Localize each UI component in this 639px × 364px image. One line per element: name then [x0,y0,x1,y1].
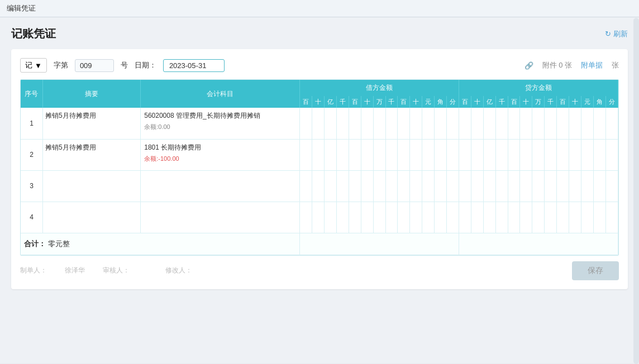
row-2-debit-9[interactable] [410,170,422,202]
row-account-3[interactable] [141,202,300,233]
row-0-debit-2[interactable] [324,108,336,139]
row-3-debit-5[interactable] [361,202,373,233]
row-2-credit-6[interactable] [532,170,545,202]
row-0-debit-0[interactable] [300,108,312,139]
row-0-credit-1[interactable] [471,108,483,139]
row-2-debit-10[interactable] [422,170,435,202]
row-2-debit-4[interactable] [349,170,361,202]
row-3-credit-10[interactable] [581,202,594,233]
row-1-debit-1[interactable] [312,139,325,170]
row-0-debit-3[interactable] [336,108,349,139]
row-0-credit-8[interactable] [557,108,569,139]
row-2-debit-6[interactable] [373,170,385,202]
row-1-debit-7[interactable] [385,139,398,170]
row-0-credit-10[interactable] [581,108,594,139]
row-3-debit-0[interactable] [300,202,312,233]
row-3-debit-9[interactable] [410,202,422,233]
row-3-credit-0[interactable] [459,202,471,233]
row-2-credit-4[interactable] [508,170,520,202]
row-1-debit-0[interactable] [300,139,312,170]
row-1-debit-10[interactable] [422,139,435,170]
row-summary-2[interactable] [42,170,140,202]
row-2-debit-8[interactable] [398,170,410,202]
row-1-credit-8[interactable] [557,139,569,170]
row-1-credit-4[interactable] [508,139,520,170]
row-0-debit-1[interactable] [312,108,325,139]
row-1-debit-5[interactable] [361,139,373,170]
row-3-credit-11[interactable] [593,202,605,233]
row-2-credit-11[interactable] [593,170,605,202]
row-2-debit-2[interactable] [324,170,336,202]
row-0-credit-3[interactable] [495,108,508,139]
row-0-debit-9[interactable] [410,108,422,139]
row-0-credit-6[interactable] [532,108,545,139]
row-2-debit-7[interactable] [385,170,398,202]
row-1-credit-5[interactable] [520,139,532,170]
row-0-debit-12[interactable] [447,108,459,139]
row-1-credit-1[interactable] [471,139,483,170]
attachment-link[interactable]: 附单据 [581,60,603,70]
row-3-debit-6[interactable] [373,202,385,233]
row-2-debit-11[interactable] [435,170,447,202]
row-0-credit-7[interactable] [545,108,557,139]
row-0-credit-12[interactable] [605,108,618,139]
scrollbar[interactable] [633,18,639,364]
row-2-debit-12[interactable] [447,170,459,202]
row-1-credit-10[interactable] [581,139,594,170]
row-3-credit-6[interactable] [532,202,545,233]
row-3-debit-8[interactable] [398,202,410,233]
row-1-credit-0[interactable] [459,139,471,170]
row-3-debit-2[interactable] [324,202,336,233]
row-0-debit-6[interactable] [373,108,385,139]
row-0-debit-11[interactable] [435,108,447,139]
row-1-credit-11[interactable] [593,139,605,170]
row-account-2[interactable] [141,170,300,202]
row-3-credit-4[interactable] [508,202,520,233]
row-2-credit-9[interactable] [569,170,581,202]
row-account-1[interactable]: 1801 长期待摊费用余额:-100.00 [141,139,300,170]
row-3-credit-2[interactable] [483,202,495,233]
row-2-credit-2[interactable] [483,170,495,202]
row-1-debit-11[interactable] [435,139,447,170]
row-2-credit-7[interactable] [545,170,557,202]
row-0-debit-5[interactable] [361,108,373,139]
row-summary-0[interactable]: 摊销5月待摊费用 [42,108,140,139]
row-3-credit-9[interactable] [569,202,581,233]
row-2-credit-1[interactable] [471,170,483,202]
row-0-credit-2[interactable] [483,108,495,139]
row-2-debit-3[interactable] [336,170,349,202]
row-account-0[interactable]: 56020008 管理费用_长期待摊费用摊销余额:0.00 [141,108,300,139]
row-3-credit-7[interactable] [545,202,557,233]
row-3-debit-4[interactable] [349,202,361,233]
row-2-credit-8[interactable] [557,170,569,202]
row-2-debit-1[interactable] [312,170,325,202]
row-0-credit-11[interactable] [593,108,605,139]
row-1-debit-9[interactable] [410,139,422,170]
row-3-debit-12[interactable] [447,202,459,233]
row-3-debit-1[interactable] [312,202,325,233]
row-1-debit-3[interactable] [336,139,349,170]
row-3-credit-3[interactable] [495,202,508,233]
row-1-debit-2[interactable] [324,139,336,170]
row-2-credit-12[interactable] [605,170,618,202]
row-1-credit-9[interactable] [569,139,581,170]
row-1-debit-12[interactable] [447,139,459,170]
row-1-debit-4[interactable] [349,139,361,170]
save-button[interactable]: 保存 [572,261,619,280]
row-1-debit-8[interactable] [398,139,410,170]
date-input[interactable] [163,59,225,72]
row-1-debit-6[interactable] [373,139,385,170]
row-3-debit-7[interactable] [385,202,398,233]
row-0-credit-0[interactable] [459,108,471,139]
row-2-credit-5[interactable] [520,170,532,202]
row-3-credit-5[interactable] [520,202,532,233]
row-3-debit-3[interactable] [336,202,349,233]
row-2-credit-10[interactable] [581,170,594,202]
refresh-button[interactable]: ↻ 刷新 [605,29,628,39]
row-3-debit-10[interactable] [422,202,435,233]
row-0-debit-8[interactable] [398,108,410,139]
row-2-debit-5[interactable] [361,170,373,202]
row-2-debit-0[interactable] [300,170,312,202]
row-0-debit-10[interactable] [422,108,435,139]
row-1-credit-2[interactable] [483,139,495,170]
